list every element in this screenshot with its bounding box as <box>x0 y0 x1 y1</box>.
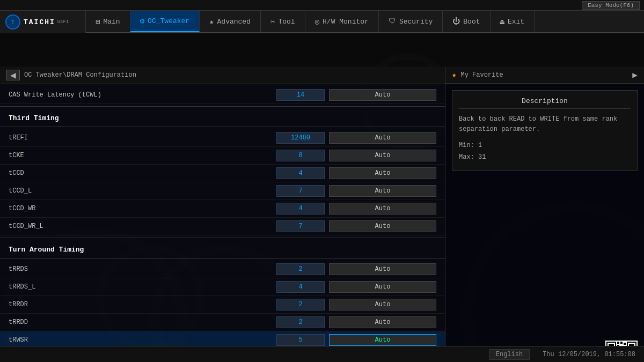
nav-item-hw-monitor[interactable]: ◎ H/W Monitor <box>305 11 379 32</box>
left-panel: ◀ OC Tweaker\DRAM Configuration CAS Writ… <box>0 67 445 362</box>
setting-row-trefi[interactable]: tREFI Auto <box>0 129 445 147</box>
settings-list: CAS Write Latency (tCWL) Auto Third Timi… <box>0 84 445 362</box>
nav-label-oc-tweaker: OC_Tweaker <box>148 17 189 25</box>
exit-icon: ⏏ <box>500 17 504 26</box>
turn-around-header: Turn Around Timing <box>0 240 445 256</box>
main-content: ◀ OC Tweaker\DRAM Configuration CAS Writ… <box>0 67 644 362</box>
divider-2 <box>0 127 445 127</box>
breadcrumb-path: OC Tweaker\DRAM Configuration <box>24 71 136 79</box>
min-value: 1 <box>478 142 482 149</box>
max-value: 31 <box>478 153 486 161</box>
setting-label-tccd: tCCD <box>9 169 276 177</box>
tccd-wr-l-dropdown[interactable]: Auto <box>329 220 436 232</box>
setting-row-cas-write-latency[interactable]: CAS Write Latency (tCWL) Auto <box>0 86 445 104</box>
max-label: Max: <box>459 153 474 161</box>
favorite-label: My Favorite <box>460 71 503 79</box>
setting-label-trrdd: tRRDD <box>9 319 276 326</box>
nav-label-main: Main <box>103 18 120 26</box>
nav-item-advanced[interactable]: ★ Advanced <box>200 11 261 32</box>
nav-item-security[interactable]: 🛡 Security <box>379 11 443 32</box>
setting-label-cas-write-latency: CAS Write Latency (tCWL) <box>9 91 276 99</box>
nav-item-oc-tweaker[interactable]: ⚙ OC_Tweaker <box>130 11 200 32</box>
trrds-value[interactable] <box>276 263 325 275</box>
trrdd-value[interactable] <box>276 316 325 328</box>
setting-row-tccd-wr-l[interactable]: tCCD_WR_L Auto <box>0 218 445 235</box>
nav-label-exit: Exit <box>508 18 524 26</box>
tccd-dropdown[interactable]: Auto <box>329 167 436 179</box>
logo-area: T TAICHI UEFI <box>0 11 86 33</box>
setting-label-trrds-l: tRRDS_L <box>9 283 276 291</box>
tccd-wr-dropdown[interactable]: Auto <box>329 203 436 215</box>
tccd-l-value[interactable] <box>276 185 325 197</box>
brand-name: TAICHI <box>24 18 55 26</box>
setting-row-trrdd[interactable]: tRRDD Auto <box>0 314 445 331</box>
right-panel: ★ My Favorite ▶ Description Back to back… <box>445 67 644 362</box>
trrdr-dropdown[interactable]: Auto <box>329 299 436 311</box>
advanced-icon: ★ <box>209 17 214 26</box>
tccd-wr-l-value[interactable] <box>276 220 325 232</box>
tccd-value[interactable] <box>276 167 325 179</box>
logo-icon: T <box>5 14 20 29</box>
setting-label-tccd-l: tCCD_L <box>9 187 276 195</box>
status-bar: English Thu 12/05/2019, 01:55:08 <box>0 346 644 362</box>
security-icon: 🛡 <box>389 17 396 26</box>
trrdr-value[interactable] <box>276 299 325 311</box>
top-bar: Easy Mode(F6) <box>0 0 644 11</box>
cas-write-latency-dropdown[interactable]: Auto <box>329 89 436 101</box>
nav-item-main[interactable]: ⊞ Main <box>86 11 130 32</box>
trrdd-dropdown[interactable]: Auto <box>329 316 436 328</box>
favorite-bar[interactable]: ★ My Favorite ▶ <box>445 67 644 84</box>
main-icon: ⊞ <box>96 17 100 26</box>
tccd-wr-value[interactable] <box>276 203 325 215</box>
nav-label-security: Security <box>399 18 433 26</box>
setting-row-tccd[interactable]: tCCD Auto <box>0 165 445 182</box>
setting-row-trrds[interactable]: tRRDS Auto <box>0 261 445 278</box>
oc-tweaker-icon: ⚙ <box>140 17 144 26</box>
hw-monitor-icon: ◎ <box>315 17 319 26</box>
status-language[interactable]: English <box>489 349 530 360</box>
description-box: Description Back to back READ to WRITE f… <box>452 90 638 171</box>
nav-item-exit[interactable]: ⏏ Exit <box>491 11 535 32</box>
nav-item-boot[interactable]: ⏻ Boot <box>443 11 490 32</box>
breadcrumb-back-button[interactable]: ◀ <box>6 70 20 80</box>
trrds-l-value[interactable] <box>276 281 325 293</box>
nav-item-tool[interactable]: ✂ Tool <box>261 11 305 32</box>
setting-row-tccd-l[interactable]: tCCD_L Auto <box>0 182 445 200</box>
nav-label-tool: Tool <box>278 18 295 26</box>
easy-mode-button[interactable]: Easy Mode(F6) <box>582 1 640 10</box>
trefi-value[interactable] <box>276 132 325 144</box>
nav-label-boot: Boot <box>463 18 480 26</box>
trrds-dropdown[interactable]: Auto <box>329 263 436 275</box>
star-icon: ★ <box>452 70 456 79</box>
svg-rect-10 <box>617 342 619 344</box>
setting-label-trwsr: tRWSR <box>9 336 276 344</box>
favorite-arrow-icon: ▶ <box>632 70 638 80</box>
trrds-l-dropdown[interactable]: Auto <box>329 281 436 293</box>
setting-label-tcke: tCKE <box>9 152 276 159</box>
third-timing-header: Third Timing <box>0 109 445 124</box>
svg-rect-12 <box>624 343 626 345</box>
divider-4 <box>0 258 445 258</box>
divider-1 <box>0 106 445 107</box>
description-text: Back to back READ to WRITE from same ran… <box>459 114 631 135</box>
setting-label-trefi: tREFI <box>9 134 276 142</box>
setting-row-tccd-wr[interactable]: tCCD_WR Auto <box>0 200 445 218</box>
description-title: Description <box>459 97 631 109</box>
setting-row-tcke[interactable]: tCKE Auto <box>0 147 445 165</box>
breadcrumb: ◀ OC Tweaker\DRAM Configuration <box>0 67 445 84</box>
cas-write-latency-value[interactable] <box>276 89 325 101</box>
setting-label-tccd-wr-l: tCCD_WR_L <box>9 223 276 230</box>
trwsr-dropdown[interactable]: Auto <box>329 334 436 346</box>
svg-rect-11 <box>620 342 623 344</box>
tcke-dropdown[interactable]: Auto <box>329 150 436 161</box>
nav-label-hw-monitor: H/W Monitor <box>323 18 369 26</box>
setting-label-trrds: tRRDS <box>9 265 276 273</box>
setting-row-trrdr[interactable]: tRRDR Auto <box>0 296 445 314</box>
trefi-dropdown[interactable]: Auto <box>329 132 436 144</box>
tccd-l-dropdown[interactable]: Auto <box>329 185 436 197</box>
tcke-value[interactable] <box>276 150 325 161</box>
trwsr-value[interactable] <box>276 334 325 346</box>
description-range: Min: 1 Max: 31 <box>459 140 631 163</box>
setting-row-trrds-l[interactable]: tRRDS_L Auto <box>0 278 445 296</box>
divider-3 <box>0 238 445 238</box>
